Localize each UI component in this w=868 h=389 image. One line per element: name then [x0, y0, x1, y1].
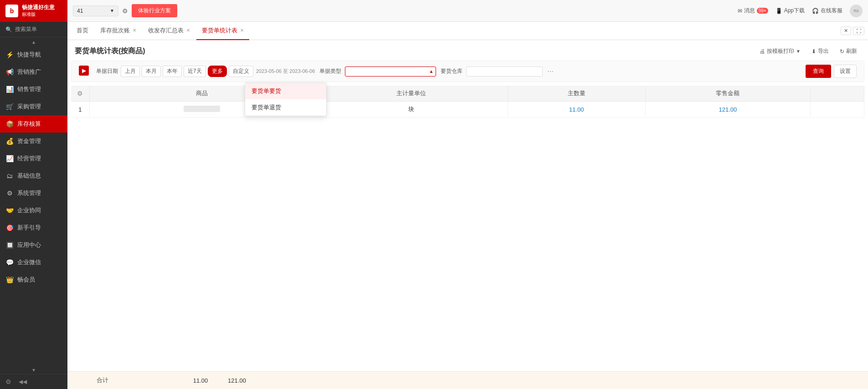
filter-type-group: 单据类型 ▲ — [319, 67, 436, 77]
shortcut-this-month[interactable]: 本月 — [142, 66, 161, 77]
export-label: 导出 — [818, 47, 829, 55]
warehouse-filter-input[interactable] — [466, 67, 543, 77]
sidebar-item-label: 销售管理 — [17, 85, 41, 93]
sidebar-item-app-center[interactable]: 🔲 应用中心 — [0, 236, 67, 254]
online-service-label: 在线客服 — [821, 7, 842, 15]
store-selector[interactable]: 41 ▼ — [73, 5, 118, 16]
trial-btn[interactable]: 体验行业方案 — [132, 4, 177, 17]
print-btn[interactable]: 🖨 按模板打印 ▼ — [756, 46, 804, 57]
sidebar-item-label: 新手引导 — [17, 224, 41, 232]
sidebar-search[interactable]: 🔍 搜索菜单 — [0, 22, 67, 37]
tab-receipt-summary[interactable]: 收发存汇总表 ✕ — [143, 22, 195, 40]
sidebar-scroll-up[interactable]: ▲ — [0, 37, 67, 46]
settings-btn[interactable]: 设置 — [834, 65, 857, 78]
filter-expand-btn[interactable]: ▶ — [79, 66, 89, 76]
sidebar-item-finance[interactable]: 💰 资金管理 — [0, 133, 67, 150]
quick-nav-icon: ⚡ — [5, 51, 14, 58]
cell-quantity[interactable]: 11.00 — [508, 102, 645, 118]
topbar-gear-icon[interactable]: ⚙ — [122, 7, 128, 15]
table-row: 1 块 11.00 121.00 — [71, 102, 864, 118]
sidebar-item-label: 畅会员 — [17, 276, 35, 284]
tab-home[interactable]: 首页 — [71, 22, 94, 40]
tab-inventory-batch[interactable]: 库存批次账 ✕ — [95, 22, 142, 40]
tab-inventory-batch-close[interactable]: ✕ — [133, 28, 136, 33]
sidebar-nav: ⚡ 快捷导航 📢 营销推广 📊 销售管理 🛒 采购管理 📦 库存核算 💰 资金管… — [0, 46, 67, 365]
dropdown-item-order-return-label: 要货单退货 — [252, 104, 281, 111]
search-label: 搜索菜单 — [15, 26, 37, 33]
filter-date-group: 单据日期 上月 本月 本年 近7天 更多 自定义 2023-05-06 至 20… — [96, 66, 315, 77]
avatar[interactable]: Rit — [850, 5, 863, 17]
sidebar-item-label: 系统管理 — [17, 189, 41, 197]
shortcut-this-year[interactable]: 本年 — [163, 66, 182, 77]
sidebar-scroll-down[interactable]: ▼ — [0, 365, 67, 374]
sidebar-app-info: 畅捷通好生意 标准版 — [22, 4, 55, 18]
print-chevron-icon: ▼ — [796, 49, 801, 54]
sidebar-item-quick-nav[interactable]: ⚡ 快捷导航 — [0, 46, 67, 63]
shortcut-last-month[interactable]: 上月 — [121, 66, 140, 77]
sidebar-item-label: 营销推广 — [17, 68, 41, 76]
sidebar-item-system[interactable]: ⚙ 系统管理 — [0, 184, 67, 202]
tab-receipt-summary-label: 收发存汇总表 — [148, 26, 184, 35]
tab-receipt-summary-close[interactable]: ✕ — [186, 28, 190, 33]
table-area: ⚙ 商品 主计量单位 主数量 零售金额 1 — [67, 82, 868, 371]
app-download-btn[interactable]: 📱 App下载 — [776, 7, 805, 15]
refresh-btn[interactable]: ↻ 刷新 — [836, 46, 861, 57]
shortcut-more[interactable]: 更多 — [208, 66, 227, 77]
cell-extra — [811, 102, 864, 118]
refresh-label: 刷新 — [846, 47, 857, 55]
guide-icon: 🎯 — [5, 224, 14, 231]
sidebar-item-label: 资金管理 — [17, 137, 41, 145]
online-service-btn[interactable]: 🎧 在线客服 — [812, 7, 842, 15]
dropdown-item-order-return[interactable]: 要货单退货 — [245, 99, 326, 116]
base-icon: 🗂 — [5, 172, 14, 179]
messages-btn[interactable]: ✉ 消息 99+ — [738, 7, 768, 15]
export-btn[interactable]: ⬇ 导出 — [808, 46, 832, 57]
date-shortcuts: 上月 本月 本年 近7天 更多 自定义 — [121, 66, 253, 77]
shortcut-custom[interactable]: 自定义 — [229, 66, 253, 77]
sidebar-item-marketing[interactable]: 📢 营销推广 — [0, 63, 67, 81]
sidebar-item-collab[interactable]: 🤝 企业协同 — [0, 202, 67, 219]
sidebar-item-sales[interactable]: 📊 销售管理 — [0, 81, 67, 98]
sidebar-item-wechat[interactable]: 💬 企业微信 — [0, 254, 67, 271]
th-quantity: 主数量 — [508, 86, 645, 102]
member-icon: 👑 — [5, 276, 14, 283]
shortcut-last-7-days[interactable]: 近7天 — [184, 66, 206, 77]
tab-order-stats[interactable]: 要货单统计表 ✕ — [196, 22, 249, 40]
topbar: 41 ▼ ⚙ 体验行业方案 ✉ 消息 99+ 📱 App下载 🎧 在线客服 Ri… — [67, 0, 868, 22]
sidebar-item-inventory[interactable]: 📦 库存核算 — [0, 115, 67, 133]
warehouse-filter-label: 要货仓库 — [441, 67, 462, 75]
sidebar-item-purchase[interactable]: 🛒 采购管理 — [0, 98, 67, 115]
sales-icon: 📊 — [5, 86, 14, 93]
sidebar-item-label: 经营管理 — [17, 154, 41, 163]
settings-icon[interactable]: ⚙ — [5, 378, 11, 385]
cell-amount[interactable]: 121.00 — [645, 102, 811, 118]
th-amount: 零售金额 — [645, 86, 811, 102]
filter-bar: ▶ 单据日期 上月 本月 本年 近7天 更多 自定义 2023-05-06 至 … — [71, 61, 864, 82]
date-filter-label: 单据日期 — [96, 67, 118, 75]
print-icon: 🖨 — [760, 48, 765, 55]
cell-unit: 块 — [315, 102, 508, 118]
sidebar-item-guide[interactable]: 🎯 新手引导 — [0, 219, 67, 236]
sidebar-item-label: 库存核算 — [17, 120, 41, 128]
collab-icon: 🤝 — [5, 207, 14, 214]
sidebar-item-label: 采购管理 — [17, 102, 41, 111]
purchase-icon: 🛒 — [5, 103, 14, 110]
tabs-expand-btn[interactable]: ✕ — [841, 26, 851, 35]
app-download-label: App下载 — [784, 7, 805, 15]
filter-row: 单据日期 上月 本月 本年 近7天 更多 自定义 2023-05-06 至 20… — [96, 65, 857, 78]
tabs-fullscreen-btn[interactable]: ⛶ — [853, 27, 864, 35]
dropdown-item-order-goods[interactable]: 要货单要货 — [245, 83, 326, 99]
app-center-icon: 🔲 — [5, 241, 14, 249]
collapse-icon[interactable]: ◀◀ — [19, 379, 27, 385]
query-btn[interactable]: 查询 — [806, 65, 831, 78]
tab-order-stats-close[interactable]: ✕ — [240, 28, 244, 33]
column-settings-icon[interactable]: ⚙ — [77, 90, 83, 97]
app-name: 畅捷通好生意 — [22, 4, 55, 11]
tabs-expand: ✕ ⛶ — [841, 26, 864, 35]
sidebar-item-operations[interactable]: 📈 经营管理 — [0, 150, 67, 167]
type-filter-input[interactable] — [345, 67, 436, 77]
cell-index: 1 — [71, 102, 89, 118]
sidebar-item-member[interactable]: 👑 畅会员 — [0, 271, 67, 288]
warehouse-more-icon[interactable]: ⋯ — [546, 67, 555, 76]
sidebar-item-base[interactable]: 🗂 基础信息 — [0, 167, 67, 184]
